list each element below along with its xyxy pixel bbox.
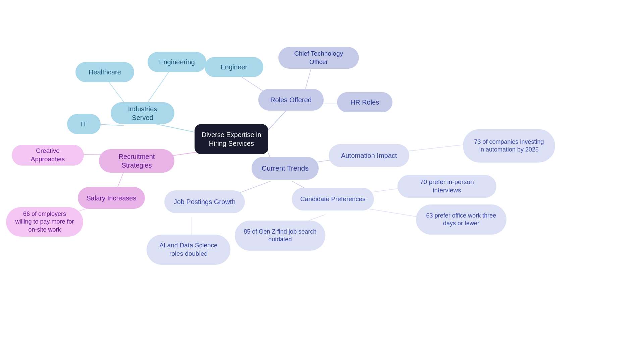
it-node: IT (67, 114, 101, 134)
in-person-node: 70 prefer in-person interviews (397, 175, 496, 198)
in-person-label: 70 prefer in-person interviews (397, 173, 496, 199)
roles-offered-label: Roles Offered (262, 91, 320, 109)
industries-served-node: Industries Served (111, 102, 174, 124)
gen-z-label: 85 of Gen Z find job search outdated (235, 223, 325, 248)
automation-impact-label: Automation Impact (333, 146, 405, 165)
cto-node: Chief Technology Officer (278, 47, 359, 69)
salary-increases-node: Salary Increases (78, 187, 145, 209)
engineering-label: Engineering (151, 53, 203, 71)
recruitment-strategies-label: Recruitment Strategies (99, 147, 174, 174)
employers-willing-label: 66 of employers willing to pay more for … (6, 205, 83, 238)
cto-label: Chief Technology Officer (278, 45, 359, 71)
employers-willing-node: 66 of employers willing to pay more for … (6, 207, 83, 237)
office-work-label: 63 prefer office work three days or fewe… (416, 207, 506, 232)
recruitment-strategies-node: Recruitment Strategies (99, 149, 174, 173)
candidate-preferences-label: Candidate Preferences (292, 190, 373, 208)
healthcare-label: Healthcare (80, 63, 129, 81)
gen-z-node: 85 of Gen Z find job search outdated (235, 221, 325, 251)
svg-line-4 (266, 107, 289, 132)
engineer-role-node: Engineer (205, 57, 263, 77)
current-trends-label: Current Trends (254, 159, 317, 177)
healthcare-node: Healthcare (75, 62, 134, 82)
creative-approaches-label: Creative Approaches (12, 142, 84, 168)
job-postings-growth-label: Job Postings Growth (166, 193, 244, 211)
job-postings-growth-node: Job Postings Growth (164, 190, 245, 213)
automation-stat-node: 73 of companies investing in automation … (463, 129, 555, 163)
office-work-node: 63 prefer office work three days or fewe… (416, 204, 506, 235)
it-label: IT (73, 115, 95, 133)
svg-line-19 (362, 208, 416, 217)
hr-roles-node: HR Roles (337, 92, 392, 112)
industries-served-label: Industries Served (111, 100, 174, 127)
center-label: Diverse Expertise in Hiring Services (195, 126, 268, 152)
roles-offered-node: Roles Offered (258, 89, 324, 111)
current-trends-node: Current Trends (252, 157, 319, 180)
creative-approaches-node: Creative Approaches (12, 145, 84, 166)
candidate-preferences-node: Candidate Preferences (292, 188, 374, 210)
salary-increases-label: Salary Increases (78, 189, 145, 207)
automation-stat-label: 73 of companies investing in automation … (463, 133, 555, 159)
engineering-node: Engineering (148, 52, 206, 72)
automation-impact-node: Automation Impact (329, 144, 409, 167)
engineer-role-label: Engineer (212, 58, 255, 76)
ai-data-science-node: AI and Data Science roles doubled (147, 235, 230, 265)
center-node: Diverse Expertise in Hiring Services (195, 124, 268, 154)
ai-data-science-label: AI and Data Science roles doubled (147, 237, 230, 262)
hr-roles-label: HR Roles (342, 93, 387, 111)
